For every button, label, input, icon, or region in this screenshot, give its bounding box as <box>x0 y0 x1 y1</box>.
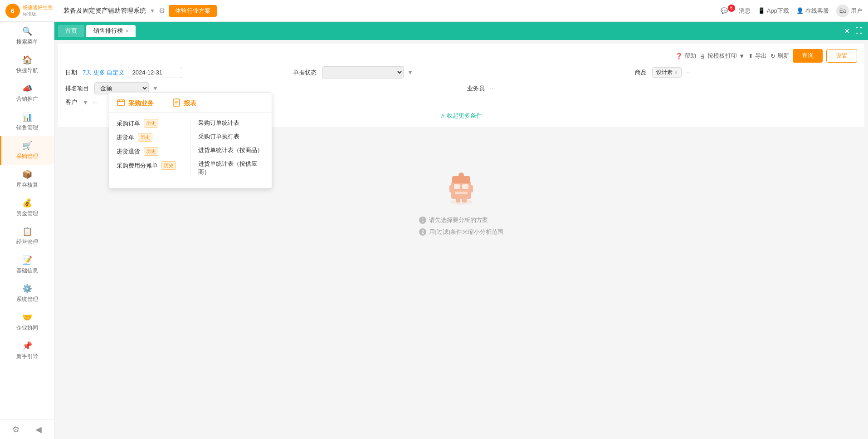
date-input-end[interactable] <box>128 67 182 78</box>
svg-rect-10 <box>462 198 467 202</box>
tab-close-window-icon[interactable]: ✕ <box>842 25 852 37</box>
goods-label: 商品 <box>635 69 647 77</box>
sidebar-item-guide[interactable]: 📌 新手引导 <box>0 336 54 365</box>
date-label: 日期 <box>65 69 77 77</box>
tip-text-1: 请先选择要分析的方案 <box>429 214 488 226</box>
online-service-action[interactable]: 👤 在线客服 <box>796 7 829 15</box>
menu-item-purchase-order[interactable]: 采购订单 历史 <box>113 116 187 130</box>
customer-dropdown[interactable]: ▼ <box>83 99 88 106</box>
purchase-order-label: 采购订单 <box>117 119 140 128</box>
capital-icon: 💰 <box>22 198 32 208</box>
rank-dropdown[interactable]: ▼ <box>152 85 158 92</box>
customer-more-icon[interactable]: ··· <box>92 99 97 106</box>
menu-item-receipt-by-supplier[interactable]: 进货单统计表（按供应商） <box>195 157 268 179</box>
app-download-label: App下载 <box>767 7 789 15</box>
sidebar-item-basic[interactable]: 📝 基础信息 <box>0 251 54 279</box>
tab-close-icon[interactable]: × <box>126 28 128 34</box>
goods-tag-close[interactable]: × <box>674 69 678 76</box>
print-dropdown-icon[interactable]: ▼ <box>739 53 745 59</box>
goods-more-icon[interactable]: ··· <box>685 69 690 76</box>
avatar-initial: Ea <box>839 8 846 14</box>
sidebar-item-purchase[interactable]: 🛒 采购管理 <box>0 136 54 165</box>
app-download-action[interactable]: 📱 App下载 <box>758 7 789 15</box>
collapse-label: 收起更多条件 <box>447 112 482 119</box>
goods-return-label: 进货退货 <box>117 148 140 156</box>
main-layout: 🔍 搜索菜单 🏠 快捷导航 📣 营销推广 📊 销售管理 🛒 采购管理 📦 库存核… <box>0 22 868 439</box>
system-gear-icon[interactable]: ⚙ <box>159 6 165 15</box>
sidebar-label-cooperation: 企业协同 <box>16 324 38 332</box>
sidebar-item-inventory[interactable]: 📦 库存核算 <box>0 165 54 193</box>
goods-tag[interactable]: 设计素 × <box>652 67 682 78</box>
menu-item-purchase-expense[interactable]: 采购费用分摊单 历史 <box>113 158 187 173</box>
refresh-btn[interactable]: ↻ 刷新 <box>770 52 789 60</box>
goods-receipt-label: 进货单 <box>117 133 134 142</box>
sidebar-label-marketing: 营销推广 <box>16 95 38 103</box>
sidebar-item-search[interactable]: 🔍 搜索菜单 <box>0 22 54 50</box>
purchase-icon: 🛒 <box>22 141 32 151</box>
menu-item-goods-return[interactable]: 进货退货 历史 <box>113 144 187 158</box>
help-label: 帮助 <box>684 52 696 60</box>
menu-item-receipt-by-goods[interactable]: 进货单统计表（按商品） <box>195 143 268 157</box>
goods-control: 设计素 × ··· <box>652 67 857 78</box>
staff-more-icon[interactable]: ··· <box>490 85 495 92</box>
tab-sales-ranking[interactable]: 销售排行榜 × <box>86 25 136 37</box>
dropdown-menu: 采购业务 报表 采购订单 历史 进货单 历史 <box>109 92 272 188</box>
system-dropdown-arrow[interactable]: ▼ <box>150 8 155 14</box>
system-name: 装备及固定资产辅助管理系统 <box>63 7 146 15</box>
industry-btn[interactable]: 体验行业方案 <box>169 5 217 17</box>
menu-item-goods-receipt[interactable]: 进货单 历史 <box>113 130 187 144</box>
report-section-title: 报表 <box>172 98 196 109</box>
print-btn[interactable]: 🖨 按模板打印 ▼ <box>700 52 745 60</box>
query-btn[interactable]: 查询 <box>793 49 823 63</box>
user-action[interactable]: Ea 用户 <box>836 5 863 17</box>
message-action[interactable]: 💬 6 消息 <box>721 7 751 15</box>
sidebar-item-capital[interactable]: 💰 资金管理 <box>0 193 54 222</box>
sidebar-item-system[interactable]: ⚙️ 系统管理 <box>0 279 54 308</box>
tip-num-1: 1 <box>419 217 426 224</box>
sidebar-item-cooperation[interactable]: 🤝 企业协同 <box>0 308 54 336</box>
message-icon: 💬 <box>721 7 728 14</box>
sidebar-item-operations[interactable]: 📋 经营管理 <box>0 222 54 251</box>
voucher-status-label: 单据状态 <box>293 69 317 77</box>
svg-rect-8 <box>470 185 473 192</box>
tip-text-2: 用[过滤]条件来缩小分析范围 <box>429 226 503 238</box>
svg-point-2 <box>450 199 473 205</box>
tab-actions: ✕ ⛶ <box>842 25 864 37</box>
sidebar-item-sales[interactable]: 📊 销售管理 <box>0 108 54 136</box>
customer-label: 客户 <box>65 98 77 106</box>
svg-text:6: 6 <box>11 7 15 15</box>
tab-home[interactable]: 首页 <box>58 25 84 37</box>
goods-tag-label: 设计素 <box>656 69 673 76</box>
purchase-expense-history: 历史 <box>161 161 176 170</box>
sidebar-settings-icon[interactable]: ⚙ <box>12 424 20 434</box>
menu-item-po-execution[interactable]: 采购订单执行表 <box>195 130 268 143</box>
staff-label: 业务员 <box>467 84 485 93</box>
sidebar-item-quick[interactable]: 🏠 快捷导航 <box>0 50 54 79</box>
cooperation-icon: 🤝 <box>22 312 32 322</box>
menu-item-po-summary[interactable]: 采购订单统计表 <box>195 116 268 130</box>
voucher-status-select[interactable] <box>322 66 404 79</box>
svg-rect-13 <box>117 100 125 105</box>
export-label: 导出 <box>755 52 767 60</box>
sidebar-collapse-icon[interactable]: ◀ <box>35 424 42 434</box>
date-more-links: 7天 更多 自定义 <box>83 69 124 77</box>
collapse-up-icon: ∧ <box>440 112 445 119</box>
sidebar-item-marketing[interactable]: 📣 营销推广 <box>0 79 54 108</box>
voucher-status-dropdown[interactable]: ▼ <box>407 69 413 76</box>
export-btn[interactable]: ⬆ 导出 <box>748 52 767 60</box>
home-icon: 🏠 <box>22 55 32 65</box>
sidebar-label-search: 搜索菜单 <box>16 38 38 46</box>
guide-icon: 📌 <box>22 341 32 351</box>
date-control: 7天 更多 自定义 <box>83 67 288 78</box>
voucher-status-control: ▼ <box>322 66 629 79</box>
staff-control: ··· <box>490 85 858 92</box>
settings-btn[interactable]: 设置 <box>826 49 857 63</box>
logo-icon: 6 <box>5 4 20 18</box>
svg-rect-5 <box>462 184 468 189</box>
filter-row-1: 日期 7天 更多 自定义 单据状态 ▼ 商品 <box>65 66 857 79</box>
tab-maximize-icon[interactable]: ⛶ <box>853 25 864 37</box>
purchase-order-history: 历史 <box>144 119 158 128</box>
purchase-col: 采购订单 历史 进货单 历史 进货退货 历史 采购费用分摊单 历史 <box>109 116 190 179</box>
sales-icon: 📊 <box>22 112 32 122</box>
help-btn[interactable]: ❓ 帮助 <box>675 52 696 60</box>
